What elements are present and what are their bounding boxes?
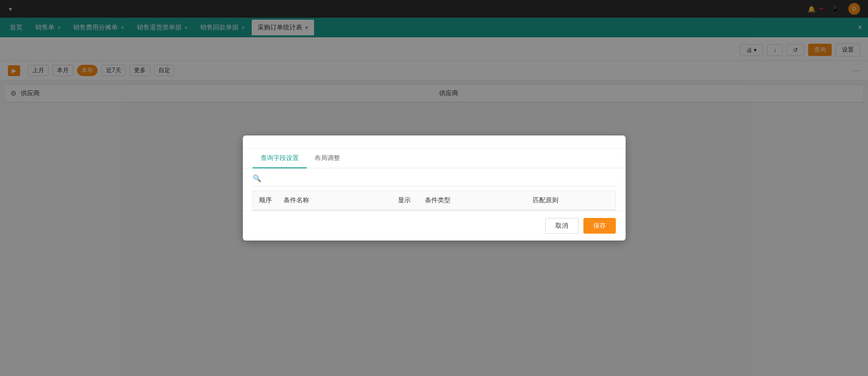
- modal-footer: 取消 保存: [243, 211, 626, 241]
- table-header: 顺序 条件名称 显示 条件类型 匹配原则: [253, 191, 615, 210]
- conditions-table-container: 顺序 条件名称 显示 条件类型 匹配原则: [253, 190, 616, 211]
- condition-search-input[interactable]: [264, 175, 362, 182]
- cancel-btn[interactable]: 取消: [545, 218, 579, 234]
- search-bar: 🔍: [253, 174, 616, 187]
- tab-query-fields[interactable]: 查询字段设置: [253, 149, 307, 168]
- th-name: 条件名称: [278, 191, 390, 210]
- modal-header: [243, 135, 626, 149]
- th-display: 显示: [390, 191, 419, 210]
- th-type: 条件类型: [419, 191, 527, 210]
- search-icon: 🔍: [253, 174, 261, 182]
- th-order: 顺序: [253, 191, 278, 210]
- modal-overlay: 查询字段设置 布局调整 🔍 顺序 条件名称 显示 条件类型: [0, 0, 868, 376]
- save-btn[interactable]: 保存: [583, 218, 616, 234]
- th-match: 匹配原则: [527, 191, 615, 210]
- modal-tabs: 查询字段设置 布局调整: [243, 149, 626, 168]
- tab-layout-adjust[interactable]: 布局调整: [307, 149, 348, 168]
- settings-modal: 查询字段设置 布局调整 🔍 顺序 条件名称 显示 条件类型: [243, 135, 626, 241]
- modal-body: 🔍 顺序 条件名称 显示 条件类型 匹配原则: [243, 168, 626, 211]
- conditions-table: 顺序 条件名称 显示 条件类型 匹配原则: [253, 191, 615, 210]
